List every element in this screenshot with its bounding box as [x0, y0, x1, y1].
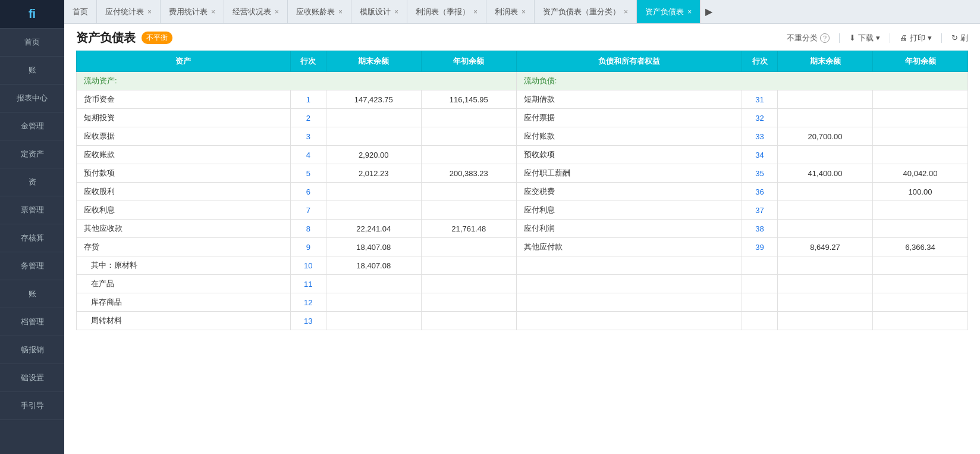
left-name-cell: 在产品 — [77, 275, 291, 293]
tab-operation-status[interactable]: 经营状况表 × — [224, 0, 288, 24]
left-row-num-cell: 9 — [290, 238, 326, 256]
left-row-num-cell: 6 — [290, 183, 326, 201]
table-row[interactable]: 短期投资 2 应付票据 32 — [77, 109, 968, 127]
right-begin-balance-cell — [873, 109, 968, 127]
tab-close-payable-stats[interactable]: × — [147, 8, 152, 16]
left-name-cell: 库存商品 — [77, 293, 291, 312]
tab-payable-stats[interactable]: 应付统计表 × — [97, 0, 161, 24]
left-begin-balance-cell — [421, 293, 516, 312]
sidebar-item-finance[interactable]: 金管理 — [0, 112, 64, 140]
left-end-balance-cell — [326, 127, 421, 146]
right-end-balance-cell — [778, 312, 873, 330]
sidebar-item-affairs[interactable]: 务管理 — [0, 252, 64, 280]
col-liability: 负债和所有者权益 — [516, 51, 742, 72]
right-begin-balance-cell: 40,042.00 — [873, 164, 968, 183]
left-row-num-cell: 5 — [290, 164, 326, 183]
right-begin-balance-cell — [873, 127, 968, 146]
not-reclassify-info-icon[interactable]: ? — [820, 33, 830, 43]
left-row-num-cell: 11 — [290, 275, 326, 293]
left-name-cell: 存货 — [77, 238, 291, 256]
tab-close-profit[interactable]: × — [522, 8, 526, 16]
right-end-balance-cell — [778, 293, 873, 312]
print-button[interactable]: 🖨 打印 ▾ — [900, 33, 932, 43]
tab-profit-quarterly[interactable]: 利润表（季报） × — [407, 0, 486, 24]
left-row-num-cell: 12 — [290, 293, 326, 312]
tab-close-template-design[interactable]: × — [394, 8, 398, 16]
not-reclassify-toggle[interactable]: 不重分类 ? — [787, 33, 830, 43]
sidebar-item-inventory[interactable]: 存核算 — [0, 224, 64, 252]
right-begin-balance-cell — [873, 90, 968, 109]
right-row-num-cell: 32 — [742, 109, 778, 127]
download-button[interactable]: ⬇ 下载 ▾ — [849, 33, 880, 43]
left-end-balance-cell — [326, 109, 421, 127]
right-row-num-cell: 33 — [742, 127, 778, 146]
table-row[interactable]: 应收利息 7 应付利息 37 — [77, 201, 968, 220]
sidebar-item-report[interactable]: 报表中心 — [0, 84, 64, 112]
main-content: 首页 应付统计表 × 费用统计表 × 经营状况表 × 应收账龄表 × 模版设计 … — [64, 0, 980, 454]
table-row[interactable]: 存货 9 18,407.08 其他应付款 39 8,649.27 6,366.3… — [77, 238, 968, 256]
tab-balance-reclassify[interactable]: 资产负债表（重分类） × — [535, 0, 637, 24]
tab-close-balance[interactable]: × — [687, 8, 692, 16]
table-row[interactable]: 应收账款 4 2,920.00 预收款项 34 — [77, 146, 968, 164]
table-row[interactable]: 其他应收款 8 22,241.04 21,761.48 应付利润 38 — [77, 220, 968, 238]
right-row-num-cell: 37 — [742, 201, 778, 220]
right-row-num-cell: 39 — [742, 238, 778, 256]
tab-expense-stats[interactable]: 费用统计表 × — [161, 0, 224, 24]
right-begin-balance-cell — [873, 312, 968, 330]
table-row[interactable]: 预付款项 5 2,012.23 200,383.23 应付职工薪酬 35 41,… — [77, 164, 968, 183]
table-row[interactable]: 在产品 11 — [77, 275, 968, 293]
left-row-num-cell: 3 — [290, 127, 326, 146]
right-begin-balance-cell — [873, 201, 968, 220]
left-name-cell: 其他应收款 — [77, 220, 291, 238]
tab-receivable-aging[interactable]: 应收账龄表 × — [288, 0, 351, 24]
left-row-num-cell: 8 — [290, 220, 326, 238]
table-row[interactable]: 货币资金 1 147,423.75 116,145.95 短期借款 31 — [77, 90, 968, 109]
col-begin-balance-left: 年初余额 — [421, 51, 516, 72]
table-row[interactable]: 应收股利 6 应交税费 36 100.00 — [77, 183, 968, 201]
left-begin-balance-cell — [421, 183, 516, 201]
refresh-button[interactable]: ↻ 刷 — [951, 33, 968, 43]
table-row[interactable]: 应收票据 3 应付账款 33 20,700.00 — [77, 127, 968, 146]
left-row-num-cell: 1 — [290, 90, 326, 109]
sidebar-item-fixed-assets[interactable]: 定资产 — [0, 140, 64, 168]
right-end-balance-cell — [778, 220, 873, 238]
right-end-balance-cell — [778, 201, 873, 220]
tab-balance[interactable]: 资产负债表 × — [637, 0, 701, 24]
tab-close-profit-quarterly[interactable]: × — [473, 8, 478, 16]
tab-template-design[interactable]: 模版设计 × — [351, 0, 407, 24]
right-begin-balance-cell: 6,366.34 — [873, 238, 968, 256]
page-header: 资产负债表 不平衡 不重分类 ? ⬇ 下载 ▾ 🖨 打印 ▾ ↻ — [64, 24, 980, 51]
left-name-cell: 预付款项 — [77, 164, 291, 183]
tab-close-operation-status[interactable]: × — [275, 8, 279, 16]
sidebar-item-expense[interactable]: 畅报销 — [0, 336, 64, 364]
table-row[interactable]: 周转材料 13 — [77, 312, 968, 330]
download-chevron-icon: ▾ — [876, 33, 880, 42]
sidebar-item-ledger[interactable]: 账 — [0, 280, 64, 308]
tab-close-balance-reclassify[interactable]: × — [624, 8, 628, 16]
sidebar-item-basic[interactable]: 础设置 — [0, 364, 64, 392]
tab-profit[interactable]: 利润表 × — [486, 0, 535, 24]
tab-scroll-right[interactable]: ▶ — [701, 6, 717, 17]
table-row[interactable]: 库存商品 12 — [77, 293, 968, 312]
col-row-num-right: 行次 — [742, 51, 778, 72]
sidebar-item-home[interactable]: 首页 — [0, 29, 64, 57]
right-name-cell — [516, 256, 742, 275]
page-title-area: 资产负债表 不平衡 — [76, 30, 172, 46]
left-end-balance-cell — [326, 201, 421, 220]
sidebar-item-guide[interactable]: 手引导 — [0, 392, 64, 420]
table-row[interactable]: 其中：原材料 10 18,407.08 — [77, 256, 968, 275]
left-name-cell: 周转材料 — [77, 312, 291, 330]
sidebar-item-files[interactable]: 档管理 — [0, 308, 64, 336]
sidebar-item-capital[interactable]: 资 — [0, 168, 64, 196]
left-row-num-cell: 10 — [290, 256, 326, 275]
tab-close-expense-stats[interactable]: × — [211, 8, 215, 16]
left-begin-balance-cell: 21,761.48 — [421, 220, 516, 238]
sidebar-item-account[interactable]: 账 — [0, 57, 64, 84]
right-end-balance-cell — [778, 146, 873, 164]
left-end-balance-cell: 147,423.75 — [326, 90, 421, 109]
tab-home[interactable]: 首页 — [64, 0, 97, 24]
sidebar-item-invoice[interactable]: 票管理 — [0, 196, 64, 224]
left-end-balance-cell — [326, 312, 421, 330]
tab-close-receivable-aging[interactable]: × — [338, 8, 343, 16]
right-name-cell: 应付利润 — [516, 220, 742, 238]
